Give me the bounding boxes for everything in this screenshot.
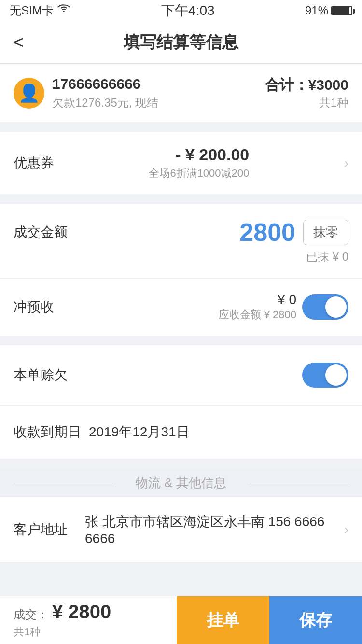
footer-amount-row: 成交： ¥ 2800 [14,601,163,623]
coupon-right: - ¥ 200.00 全场6折满1000减200 [149,145,249,181]
transaction-label: 成交金额 [14,223,68,241]
debt-label: 本单赊欠 [14,366,68,384]
footer-info: 成交： ¥ 2800 共1种 [0,601,177,639]
divider-line-right [250,483,348,483]
divider-line-left [14,483,112,483]
round-button[interactable]: 抹零 [303,220,348,245]
customer-left: 👤 17666666666 欠款1276.35元, 现结 [14,76,158,111]
transaction-sub-text: 已抹 ¥ 0 [306,250,348,263]
status-right: 91% [305,4,352,17]
prepay-sub: 应收金额 ¥ 2800 [219,308,296,322]
due-label: 收款到期日 [14,423,81,441]
prepay-label: 冲预收 [14,298,54,316]
address-row[interactable]: 客户地址 张 北京市市辖区海淀区永丰南 156 6666 6666 › [0,497,362,562]
customer-right: 合计：¥3000 共1种 [265,75,348,111]
debt-toggle-knob [325,364,347,386]
prepay-right: ¥ 0 应收金额 ¥ 2800 [219,292,348,322]
battery-percent: 91% [305,4,328,17]
back-button[interactable]: < [14,32,24,53]
address-label: 客户地址 [14,520,68,539]
sim-label: 无SIM卡 [10,3,54,18]
footer-amount: ¥ 2800 [52,601,111,623]
due-value: 2019年12月31日 [89,423,190,441]
divider-2 [0,336,362,345]
coupon-chevron-icon: › [344,155,348,171]
address-value: 张 北京市市辖区海淀区永丰南 156 6666 6666 [75,513,336,546]
transaction-value-group: 2800 抹零 [239,218,348,247]
address-chevron-icon: › [344,522,348,537]
customer-phone: 17666666666 [52,76,158,92]
wifi-icon [57,4,71,17]
footer-label: 成交： [14,607,48,622]
prepay-row: 冲预收 ¥ 0 应收金额 ¥ 2800 [0,278,362,336]
prepay-toggle[interactable] [302,294,348,320]
battery-fill [332,7,349,14]
prepay-values: ¥ 0 应收金额 ¥ 2800 [219,292,296,322]
logistics-label: 物流 & 其他信息 [136,475,226,491]
coupon-row[interactable]: 优惠券 - ¥ 200.00 全场6折满1000减200 › [0,132,362,195]
divider-3 [0,459,362,468]
transaction-sub: 已抹 ¥ 0 [14,249,348,265]
coupon-sub: 全场6折满1000减200 [149,166,249,181]
customer-sub: 欠款1276.35元, 现结 [52,95,158,111]
status-time: 下午4:03 [161,1,215,20]
battery-icon [331,6,352,15]
footer: 成交： ¥ 2800 共1种 挂单 保存 [0,596,362,644]
coupon-label: 优惠券 [14,154,54,172]
avatar-icon: 👤 [18,83,40,103]
coupon-amount: - ¥ 200.00 [149,145,249,164]
total-count: 共1种 [265,95,348,111]
status-left: 无SIM卡 [10,3,71,18]
page-title: 填写结算等信息 [124,31,238,54]
transaction-amount: 2800 [239,218,295,247]
prepay-value: ¥ 0 [219,292,296,308]
save-button[interactable]: 保存 [269,596,362,644]
header: < 填写结算等信息 [0,21,362,64]
avatar: 👤 [14,78,44,109]
total-amount: 合计：¥3000 [265,75,348,95]
status-bar: 无SIM卡 下午4:03 91% [0,0,362,21]
save-button-label: 保存 [299,609,332,631]
transaction-section: 成交金额 2800 抹零 已抹 ¥ 0 [0,204,362,278]
debt-toggle[interactable] [302,363,348,388]
pending-button-label: 挂单 [207,609,239,631]
logistics-divider: 物流 & 其他信息 [0,468,362,497]
divider-1 [0,195,362,204]
transaction-row: 成交金额 2800 抹零 [14,218,348,247]
debt-row: 本单赊欠 [0,345,362,405]
customer-info: 17666666666 欠款1276.35元, 现结 [52,76,158,111]
pending-button[interactable]: 挂单 [177,596,269,644]
customer-card: 👤 17666666666 欠款1276.35元, 现结 合计：¥3000 共1… [0,64,362,122]
footer-count: 共1种 [14,625,163,639]
due-date-row: 收款到期日 2019年12月31日 [0,405,362,459]
prepay-toggle-knob [325,296,347,318]
